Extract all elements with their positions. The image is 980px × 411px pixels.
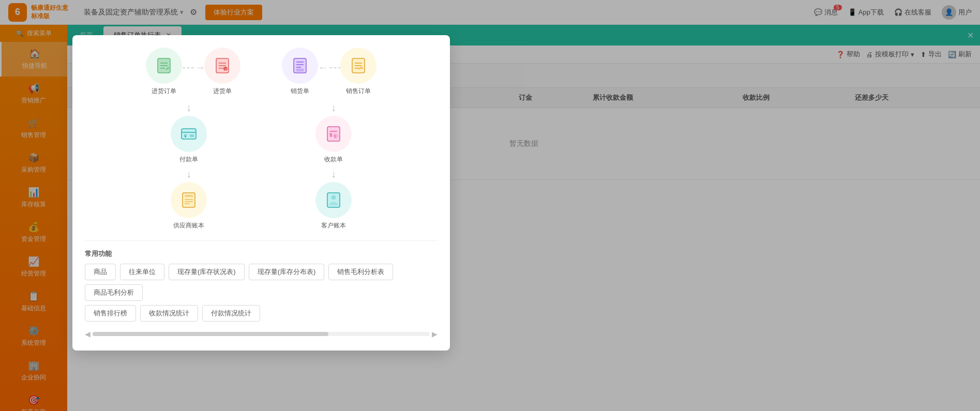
flow-node-customer-account[interactable]: 客户账本: [315, 182, 352, 230]
func-btn-stock-status[interactable]: 现存量(库存状况表): [169, 264, 245, 280]
supplier-account-label: 供应商账本: [173, 221, 204, 230]
receipt-bill-label: 收款单: [324, 155, 343, 164]
modal-overlay[interactable]: 进货订单 - - - → ✓ 进货单: [0, 0, 980, 411]
purchase-order-label: 进货订单: [152, 87, 176, 96]
func-btn-goods[interactable]: 商品: [85, 264, 116, 280]
flow-node-purchase-order[interactable]: 进货订单: [146, 48, 182, 96]
purchase-order-icon: [146, 48, 182, 84]
func-section-title: 常用功能: [85, 249, 438, 258]
svg-text:¥: ¥: [329, 132, 333, 138]
func-btn-sales-rank[interactable]: 销售排行榜: [85, 305, 136, 322]
flow-node-sales-order[interactable]: 销售订单: [340, 48, 376, 96]
flow-modal: 进货订单 - - - → ✓ 进货单: [72, 35, 450, 351]
svg-text:$: $: [334, 134, 336, 138]
func-buttons-row2: 销售排行榜 收款情况统计 付款情况统计: [85, 305, 438, 322]
func-btn-receipt-stats[interactable]: 收款情况统计: [140, 305, 198, 322]
flow-node-sales-bill[interactable]: 销货单: [282, 48, 318, 96]
flow-node-receipt-bill[interactable]: ¥ $ 收款单: [315, 116, 352, 164]
flow-bottom-row: 供应商账本 客户账本: [85, 182, 438, 232]
svg-point-34: [331, 195, 336, 200]
purchase-bill-label: 进货单: [213, 87, 232, 96]
svg-rect-14: [296, 69, 304, 71]
customer-account-label: 客户账本: [321, 221, 346, 230]
svg-rect-29: [185, 195, 193, 197]
payment-bill-label: 付款单: [179, 155, 198, 164]
scrollbar-thumb[interactable]: [93, 332, 328, 336]
svg-text:¥: ¥: [184, 133, 187, 139]
func-btn-goods-gross[interactable]: 商品毛利分析: [85, 284, 143, 301]
svg-rect-22: [190, 134, 194, 137]
func-buttons-row1: 商品 往来单位 现存量(库存状况表) 现存量(库存分布表) 销售毛利分析表 商品…: [85, 264, 438, 301]
modal-scrollbar[interactable]: ◀ ▶: [85, 330, 438, 338]
flow-middle-row: ¥ 付款单 ¥ $: [85, 116, 438, 166]
func-section: 常用功能 商品 往来单位 现存量(库存状况表) 现存量(库存分布表) 销售毛利分…: [85, 240, 438, 322]
func-btn-payment-stats[interactable]: 付款情况统计: [202, 305, 260, 322]
flow-node-supplier-account[interactable]: 供应商账本: [171, 182, 207, 230]
func-btn-stock-dist[interactable]: 现存量(库存分布表): [249, 264, 325, 280]
sales-order-label: 销售订单: [346, 87, 371, 96]
func-btn-partner[interactable]: 往来单位: [120, 264, 164, 280]
sales-bill-label: 销货单: [291, 87, 309, 96]
flow-node-purchase-bill[interactable]: ✓ 进货单: [204, 48, 240, 96]
svg-text:✓: ✓: [224, 68, 228, 71]
flow-node-payment-bill[interactable]: ¥ 付款单: [171, 116, 207, 164]
flow-top-row: 进货订单 - - - → ✓ 进货单: [85, 48, 438, 98]
func-btn-sales-gross[interactable]: 销售毛利分析表: [328, 264, 393, 280]
